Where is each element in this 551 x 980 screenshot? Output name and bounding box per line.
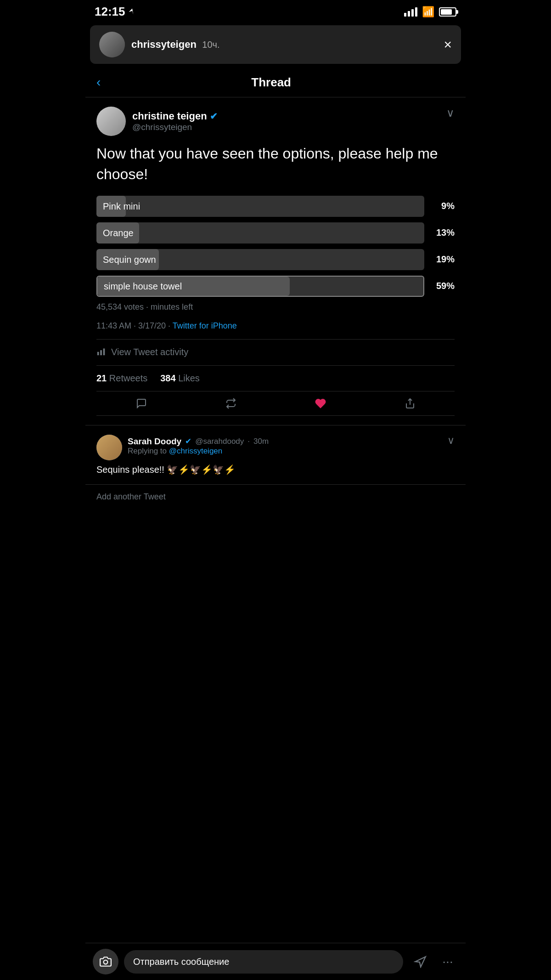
reply-button[interactable] — [136, 398, 147, 409]
tweet-timestamp: 11:43 AM · 3/17/20 · Twitter for iPhone — [96, 321, 455, 331]
status-bar: 12:15 📶 — [85, 0, 466, 22]
tweet-author[interactable]: christine teigen ✔ @chrissyteigen — [96, 107, 218, 136]
poll-percent-2: 13% — [432, 227, 455, 238]
like-number: 384 — [160, 373, 175, 383]
poll-bar-1: Pink mini — [96, 196, 424, 217]
tweet-display-name: christine teigen ✔ — [132, 110, 218, 122]
poll-percent-1: 9% — [432, 201, 455, 211]
location-arrow-icon — [128, 8, 136, 16]
notification-info: chrissyteigen 10ч. — [131, 39, 220, 51]
notification-time: 10ч. — [202, 40, 219, 50]
reply-to-label: Replying to @chrissyteigen — [128, 447, 269, 456]
retweet-number: 21 — [96, 373, 107, 383]
reply-display-name: Sarah Doody — [128, 436, 181, 447]
verified-badge-icon: ✔ — [210, 111, 218, 122]
twitter-client-link[interactable]: Twitter for iPhone — [173, 321, 237, 330]
add-tweet-label[interactable]: Add another Tweet — [85, 485, 466, 557]
notification-left: chrissyteigen 10ч. — [99, 32, 220, 57]
poll-percent-3: 19% — [432, 254, 455, 265]
poll-bar-2: Orange — [96, 222, 424, 244]
poll-time-left: minutes left — [151, 302, 193, 312]
tweet-container: christine teigen ✔ @chrissyteigen ∨ Now … — [85, 97, 466, 425]
wifi-icon: 📶 — [422, 6, 434, 18]
reply-header: Sarah Doody ✔ @sarahdoody · 30m Replying… — [96, 435, 455, 460]
reply-verified-icon: ✔ — [185, 436, 191, 446]
action-bar — [96, 391, 455, 416]
tweet-user-info: christine teigen ✔ @chrissyteigen — [132, 110, 218, 132]
tweet-handle: @chrissyteigen — [132, 122, 218, 132]
battery-icon — [439, 7, 456, 17]
tweet-time-text: 11:43 AM · 3/17/20 · — [96, 321, 173, 330]
reply-to-link[interactable]: @chrissyteigen — [169, 447, 222, 455]
reply-container: Sarah Doody ✔ @sarahdoody · 30m Replying… — [85, 425, 466, 485]
nav-bar: ‹ Thread — [85, 68, 466, 97]
poll-label-2: Orange — [103, 227, 134, 238]
svg-rect-2 — [103, 348, 105, 355]
reply-user-info: Sarah Doody ✔ @sarahdoody · 30m Replying… — [128, 436, 269, 459]
poll-bar-3: Sequin gown — [96, 249, 424, 270]
poll-label-4: simple house towel — [104, 281, 182, 291]
reply-author[interactable]: Sarah Doody ✔ @sarahdoody · 30m Replying… — [96, 435, 269, 460]
poll-container: Pink mini 9% Orange 13% Sequin gown 19% … — [96, 196, 455, 312]
poll-votes: 45,534 votes — [96, 302, 144, 312]
like-button[interactable] — [315, 398, 326, 409]
activity-label: View Tweet activity — [111, 347, 188, 357]
poll-bar-4: simple house towel — [96, 276, 424, 297]
tweet-menu-chevron-icon[interactable]: ∨ — [446, 107, 455, 119]
nav-title: Thread — [110, 75, 433, 90]
reply-handle: @sarahdoody — [195, 437, 244, 446]
back-button[interactable]: ‹ — [96, 75, 101, 90]
reply-text: Sequins please!! 🦅⚡🦅⚡🦅⚡ — [96, 464, 455, 475]
retweet-label: Retweets — [109, 373, 147, 383]
poll-meta: 45,534 votes · minutes left — [96, 302, 455, 312]
notification-avatar — [99, 32, 125, 57]
tweet-stats: 21 Retweets 384 Likes — [96, 373, 455, 384]
reply-user-line: Sarah Doody ✔ @sarahdoody · 30m — [128, 436, 269, 447]
poll-percent-4: 59% — [432, 281, 455, 291]
tweet-avatar — [96, 107, 126, 136]
close-button[interactable]: × — [444, 37, 452, 52]
tweet-header: christine teigen ✔ @chrissyteigen ∨ — [96, 107, 455, 136]
poll-label-1: Pink mini — [103, 201, 140, 211]
reply-time: 30m — [253, 437, 269, 446]
like-label: Likes — [178, 373, 200, 383]
status-icons: 📶 — [404, 6, 456, 18]
poll-option-2[interactable]: Orange 13% — [96, 222, 455, 244]
poll-option-4[interactable]: simple house towel 59% — [96, 276, 455, 297]
activity-chart-icon — [96, 346, 107, 359]
reply-avatar — [96, 435, 122, 460]
poll-label-3: Sequin gown — [103, 254, 156, 265]
poll-option-3[interactable]: Sequin gown 19% — [96, 249, 455, 270]
notification-bar[interactable]: chrissyteigen 10ч. × — [90, 25, 461, 64]
reply-menu-icon[interactable]: ∨ — [447, 435, 455, 447]
notification-username: chrissyteigen — [131, 39, 197, 50]
view-activity-button[interactable]: View Tweet activity — [96, 339, 455, 366]
clock-time: 12:15 — [95, 5, 125, 19]
share-button[interactable] — [405, 398, 416, 409]
like-count[interactable]: 384 Likes — [160, 373, 200, 384]
poll-option-1[interactable]: Pink mini 9% — [96, 196, 455, 217]
reply-time-separator: · — [247, 437, 250, 446]
signal-icon — [404, 7, 417, 17]
retweet-count[interactable]: 21 Retweets — [96, 373, 147, 384]
tweet-text: Now that you have seen the options, plea… — [96, 143, 455, 185]
svg-rect-1 — [100, 350, 102, 355]
svg-rect-0 — [97, 351, 99, 355]
retweet-button[interactable] — [225, 398, 236, 409]
status-time: 12:15 — [95, 5, 136, 19]
